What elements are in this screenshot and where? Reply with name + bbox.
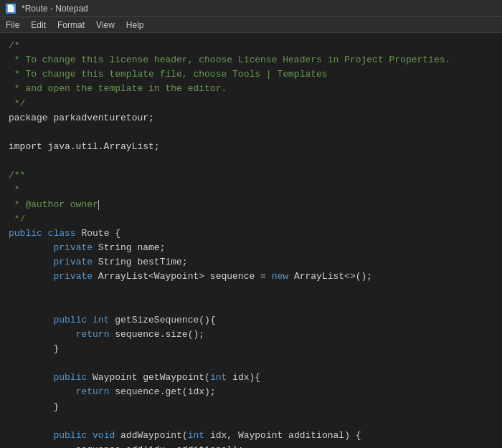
app-icon: 📄 [6, 4, 16, 14]
code-line [9, 299, 493, 313]
code-line: private ArrayList<Waypoint> sequence = n… [9, 270, 493, 284]
code-line: public class Route { [9, 227, 493, 241]
code-line [9, 125, 493, 140]
code-line: sequence.add(idx, additional); [9, 443, 493, 448]
menu-format[interactable]: Format [57, 20, 85, 30]
code-line: */ [9, 212, 493, 227]
code-line: private String bestTime; [9, 255, 493, 270]
code-line: } [9, 342, 493, 356]
code-editor[interactable]: /* * To change this license header, choo… [0, 33, 502, 448]
code-line: * To change this license header, choose … [9, 53, 493, 67]
code-line: public Waypoint getWaypoint(int idx){ [9, 371, 493, 385]
menu-help[interactable]: Help [126, 20, 144, 30]
code-line: * To change this template file, choose T… [9, 67, 493, 82]
title-bar: 📄 *Route - Notepad [0, 0, 502, 17]
code-line: return sequence.get(idx); [9, 385, 493, 399]
code-line [9, 284, 493, 298]
menu-file[interactable]: File [6, 20, 19, 30]
code-line: } [9, 400, 493, 414]
code-line: public int getSizeSequence(){ [9, 313, 493, 328]
menu-view[interactable]: View [96, 20, 115, 30]
code-line: /* [9, 39, 493, 53]
code-line: */ [9, 97, 493, 111]
code-line: * and open the template in the editor. [9, 82, 493, 96]
code-line: return sequence.size(); [9, 328, 493, 342]
code-line [9, 414, 493, 429]
code-line: /** [9, 168, 493, 183]
code-line: package parkadventuretour; [9, 111, 493, 125]
code-line: import java.util.ArrayList; [9, 140, 493, 154]
code-line [9, 356, 493, 371]
window-title: *Route - Notepad [22, 4, 88, 14]
menu-edit[interactable]: Edit [31, 20, 46, 30]
code-line [9, 154, 493, 168]
notepad-window: 📄 *Route - Notepad File Edit Format View… [0, 0, 502, 448]
code-line: public void addWaypoint(int idx, Waypoin… [9, 429, 493, 443]
menu-bar: File Edit Format View Help [0, 17, 502, 33]
code-line: private String name; [9, 241, 493, 255]
code-line: * [9, 183, 493, 197]
code-line: * @author owner [9, 198, 493, 212]
